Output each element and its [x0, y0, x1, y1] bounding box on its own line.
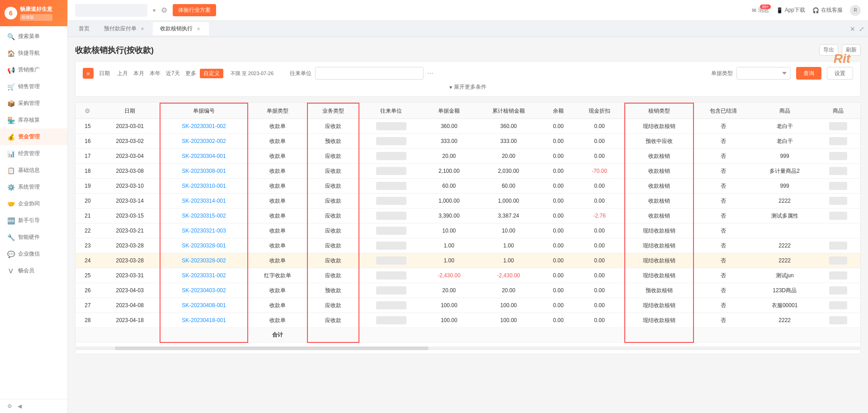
cell-amount: 360.00: [423, 119, 475, 134]
finance-icon: 💰: [7, 133, 14, 141]
last-month-btn[interactable]: 上月: [115, 69, 130, 78]
cell-product: 测试多属性: [753, 209, 816, 223]
topbar-gear-icon[interactable]: ⚙: [161, 6, 167, 14]
sidebar-item-quicknav[interactable]: 🏠 快捷导航: [0, 45, 67, 62]
voucher-no-link[interactable]: SK-20230328-001: [182, 242, 226, 249]
sidebar-item-finance[interactable]: 💰 资金管理: [0, 128, 67, 145]
inventory-icon: 🏪: [7, 117, 14, 124]
headset-icon: 🎧: [812, 7, 819, 14]
data-table-container: ⚙ 日期 单据编号 单据类型 业务类型 往来单位 单据金额 累计核销金额 余额 …: [75, 102, 861, 354]
cell-partner: ██████: [359, 298, 423, 313]
voucher-no-link[interactable]: SK-20230408-001: [182, 302, 226, 309]
filter-toggle-btn[interactable]: »: [83, 68, 94, 79]
online-service-button[interactable]: 🎧 在线客服: [812, 6, 843, 14]
last-7days-btn[interactable]: 近7天: [164, 69, 182, 78]
expand-more-btn[interactable]: ▾ 展开更多条件: [449, 83, 486, 91]
sidebar-item-marketing[interactable]: 📢 营销推广: [0, 62, 67, 78]
sidebar-item-sales[interactable]: 🛒 销售管理: [0, 78, 67, 95]
tab-expand-icon[interactable]: ⤢: [859, 25, 864, 33]
scrollbar-thumb[interactable]: [115, 347, 429, 350]
topbar-dropdown-arrow[interactable]: ▾: [153, 7, 156, 14]
sidebar-item-inventory[interactable]: 🏪 库存核算: [0, 112, 67, 128]
cell-product2: ██: [816, 238, 860, 253]
sidebar-item-operation[interactable]: 📊 经营管理: [0, 145, 67, 162]
voucher-no-link[interactable]: SK-20230314-001: [182, 198, 226, 204]
this-month-btn[interactable]: 本月: [132, 69, 146, 78]
cell-biz-type: 应收款: [307, 223, 359, 238]
table-settings-icon[interactable]: ⚙: [85, 107, 90, 114]
cell-cumulative: 1.00: [475, 238, 542, 253]
cell-product: 衣服00001: [753, 298, 816, 313]
cell-voucher-no: SK-20230331-002: [160, 268, 247, 283]
sidebar-item-search[interactable]: 🔍 搜索菜单: [0, 28, 67, 45]
voucher-no-link[interactable]: SK-20230418-001: [182, 317, 226, 323]
tab-prepay-close[interactable]: ×: [139, 26, 146, 32]
product2-thumb: ██: [829, 137, 847, 145]
table-horizontal-scrollbar[interactable]: [75, 347, 860, 350]
tab-prepay[interactable]: 预付款应付单 ×: [97, 22, 153, 35]
topbar: ▾ ⚙ 体验行业方案 ✉ 消息 99+ 📱 App下载 🎧 在线客服 R: [68, 0, 868, 21]
settings-button[interactable]: 设置: [827, 67, 853, 80]
cell-date: 2023-03-15: [100, 209, 160, 223]
voucher-no-link[interactable]: SK-20230310-001: [182, 183, 226, 189]
cell-product2: ██: [816, 253, 860, 268]
cell-cancel-type: 预收中应收: [625, 134, 693, 149]
app-download-button[interactable]: 📱 App下载: [776, 6, 805, 14]
voucher-no-link[interactable]: SK-20230315-002: [182, 213, 226, 219]
sidebar-item-purchase[interactable]: 📦 采购管理: [0, 95, 67, 112]
messages-button[interactable]: ✉ 消息 99+: [752, 6, 769, 14]
footer-amount: [423, 328, 475, 342]
cell-cumulative: -2,430.00: [475, 268, 542, 283]
footer-empty-8: [753, 328, 816, 342]
sidebar-item-wechat[interactable]: 💬 企业微信: [0, 246, 67, 262]
custom-date-btn[interactable]: 自定义: [200, 69, 223, 78]
sidebar-item-system[interactable]: ⚙️ 系统管理: [0, 179, 67, 195]
col-settings-header[interactable]: ⚙: [75, 103, 100, 119]
cell-product2: ██: [816, 313, 860, 328]
partner-more-icon[interactable]: ···: [427, 69, 433, 77]
query-button[interactable]: 查询: [796, 67, 821, 80]
cell-biz-type: 应收款: [307, 238, 359, 253]
cell-voucher-type: 收款单: [248, 298, 308, 313]
voucher-no-link[interactable]: SK-20230302-002: [182, 138, 226, 144]
refresh-button[interactable]: 刷新: [842, 44, 861, 56]
voucher-type-select[interactable]: [736, 67, 791, 80]
topbar-search-input[interactable]: [75, 4, 147, 17]
cell-cumulative: 10.00: [475, 223, 542, 238]
tab-home[interactable]: 首页: [71, 22, 97, 35]
tab-collection[interactable]: 收款核销执行 ×: [153, 22, 209, 35]
tab-collection-close[interactable]: ×: [195, 26, 202, 32]
cell-seq: 15: [75, 119, 100, 134]
voucher-no-link[interactable]: SK-20230328-002: [182, 257, 226, 264]
cell-cancel-type: 收款核销: [625, 194, 693, 209]
industry-solution-button[interactable]: 体验行业方案: [173, 4, 216, 16]
sidebar-item-collab[interactable]: 🤝 企业协同: [0, 195, 67, 212]
product2-thumb: ██: [829, 197, 847, 205]
user-avatar[interactable]: R: [850, 5, 861, 16]
sidebar-item-member[interactable]: V 畅会员: [0, 262, 67, 279]
voucher-no-link[interactable]: SK-20230331-002: [182, 272, 226, 279]
voucher-no-link[interactable]: SK-20230304-001: [182, 153, 226, 159]
cell-seq: 25: [75, 268, 100, 283]
footer-empty-9: [816, 328, 860, 342]
voucher-no-link[interactable]: SK-20230321-003: [182, 228, 226, 234]
voucher-no-link[interactable]: SK-20230308-001: [182, 168, 226, 174]
cell-product2: ██: [816, 298, 860, 313]
member-icon: V: [7, 267, 14, 275]
voucher-no-link[interactable]: SK-20230403-002: [182, 287, 226, 294]
sidebar-settings-btn[interactable]: ⚙: [7, 403, 12, 409]
partner-input[interactable]: [315, 67, 424, 80]
tab-close-all-icon[interactable]: ✕: [850, 25, 855, 33]
voucher-no-link[interactable]: SK-20230301-002: [182, 123, 226, 129]
table-header-row: ⚙ 日期 单据编号 单据类型 业务类型 往来单位 单据金额 累计核销金额 余额 …: [75, 103, 860, 119]
col-partner-header: 往来单位: [359, 103, 423, 119]
cell-product: [753, 223, 816, 238]
this-year-btn[interactable]: 本年: [148, 69, 162, 78]
sidebar-item-guide[interactable]: 🆕 新手引导: [0, 212, 67, 229]
partner-blurred: ██████: [376, 301, 406, 309]
sidebar-item-basic[interactable]: 📋 基础信息: [0, 162, 67, 179]
more-date-btn[interactable]: 更多: [184, 69, 198, 78]
export-button[interactable]: 导出: [819, 44, 838, 56]
sidebar-item-hardware[interactable]: 🔧 智能硬件: [0, 229, 67, 246]
sidebar-collapse-btn[interactable]: ◀: [18, 403, 22, 409]
